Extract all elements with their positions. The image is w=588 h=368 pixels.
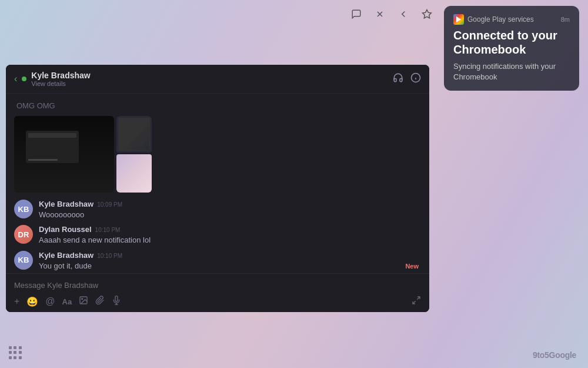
message-meta: Dylan Roussel 10:10 PM — [39, 225, 421, 234]
chat-body: OMG OMG KB Ky — [6, 94, 429, 273]
text-format-icon[interactable]: Aa — [62, 297, 72, 306]
apps-dot — [19, 346, 22, 349]
image-icon[interactable] — [79, 296, 88, 307]
apps-dot — [14, 346, 16, 349]
dark-background — [14, 116, 114, 193]
chat-icon[interactable] — [348, 6, 365, 22]
chat-header-info: Kyle Bradshaw View details — [31, 71, 393, 87]
chat-input[interactable] — [14, 279, 421, 292]
apps-dot — [14, 351, 16, 354]
message-text: Aaaah send a new notification lol — [39, 235, 421, 246]
chat-header-actions — [393, 72, 421, 85]
message-author: Kyle Bradshaw — [39, 251, 93, 260]
attachment-icon[interactable] — [95, 296, 105, 307]
apps-dot — [14, 356, 16, 359]
google-play-icon — [453, 14, 464, 25]
add-icon[interactable]: + — [14, 296, 19, 307]
back-icon[interactable] — [395, 6, 412, 22]
mention-icon[interactable]: @ — [45, 296, 55, 307]
message-row: DR Dylan Roussel 10:10 PM Aaaah send a n… — [14, 225, 421, 246]
notif-title: Connected to your Chromebook — [453, 28, 570, 57]
image-preview[interactable] — [14, 116, 179, 193]
message-meta: Kyle Bradshaw 10:09 PM — [39, 200, 421, 208]
message-row: KB Kyle Bradshaw 10:10 PM You got it, du… — [14, 251, 421, 273]
avatar: DR — [14, 225, 33, 244]
thumb-item-1 — [116, 116, 152, 152]
chat-contact-name: Kyle Bradshaw — [31, 71, 393, 80]
notification-card: Google Play services 8m Connected to you… — [444, 6, 579, 91]
preview-thumbnails — [116, 116, 152, 193]
svg-line-11 — [417, 297, 420, 300]
message-author: Kyle Bradshaw — [39, 200, 93, 208]
mock-screen — [26, 131, 79, 163]
close-icon[interactable] — [372, 6, 388, 22]
message-text: You got it, dude — [39, 261, 399, 271]
message-text: Wooooooooo — [39, 210, 421, 220]
notif-body: Syncing notifications with your Chromebo… — [453, 61, 570, 82]
apps-dot — [19, 356, 22, 359]
message-author: Dylan Roussel — [39, 225, 92, 234]
chat-back-icon[interactable]: ‹ — [14, 74, 17, 84]
message-meta: Kyle Bradshaw 10:10 PM — [39, 251, 399, 260]
svg-point-8 — [82, 299, 83, 300]
top-toolbar — [348, 6, 435, 22]
expand-icon[interactable] — [412, 296, 421, 307]
avatar: KB — [14, 251, 33, 270]
info-icon[interactable] — [410, 72, 421, 85]
chat-window: ‹ Kyle Bradshaw View details — [6, 65, 429, 312]
emoji-icon[interactable]: 😀 — [26, 296, 38, 307]
message-row: KB Kyle Bradshaw 10:09 PM Wooooooooo — [14, 200, 421, 220]
new-badge: New — [405, 263, 421, 270]
chat-view-details[interactable]: View details — [31, 80, 393, 87]
svg-marker-2 — [423, 10, 432, 18]
chat-input-toolbar: + 😀 @ Aa — [14, 292, 421, 307]
tag-icon[interactable] — [419, 6, 435, 22]
apps-dot — [9, 351, 12, 354]
notif-header: Google Play services 8m — [453, 14, 570, 25]
svg-line-12 — [413, 301, 416, 304]
chat-input-area: + 😀 @ Aa — [6, 273, 429, 312]
online-status-dot — [22, 77, 26, 81]
watermark: 9to5Google — [533, 350, 576, 360]
apps-dot — [19, 351, 22, 354]
apps-grid-icon[interactable] — [7, 344, 24, 361]
message-time: 10:10 PM — [97, 253, 122, 259]
preview-main-image — [14, 116, 114, 193]
avatar: KB — [14, 200, 33, 218]
thumb-item-2 — [116, 154, 152, 193]
notif-app-name: Google Play services — [467, 15, 557, 24]
notif-time: 8m — [561, 16, 570, 23]
svg-marker-3 — [456, 16, 461, 23]
message-content: Dylan Roussel 10:10 PM Aaaah send a new … — [39, 225, 421, 246]
message-content: Kyle Bradshaw 10:10 PM You got it, dude … — [39, 251, 399, 273]
omg-text: OMG OMG — [14, 101, 421, 111]
message-time: 10:10 PM — [95, 227, 121, 233]
chat-header: ‹ Kyle Bradshaw View details — [6, 65, 429, 94]
message-content: Kyle Bradshaw 10:09 PM Wooooooooo — [39, 200, 421, 220]
apps-dot — [9, 346, 12, 349]
launcher-button[interactable] — [7, 344, 24, 361]
message-time: 10:09 PM — [97, 201, 122, 208]
mic-icon[interactable] — [112, 296, 121, 307]
headset-icon[interactable] — [393, 72, 403, 85]
apps-dot — [9, 356, 12, 359]
